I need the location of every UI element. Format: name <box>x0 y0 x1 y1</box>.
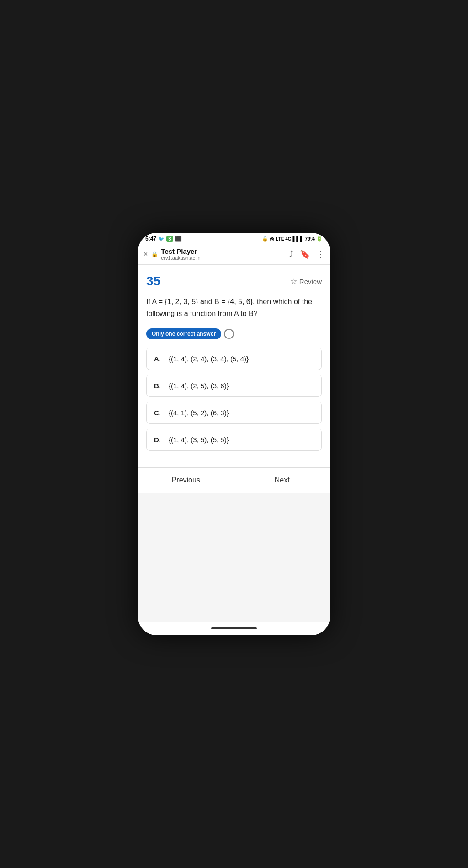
signal-label: LTE 4G <box>276 236 291 241</box>
nav-buttons: Previous Next <box>138 467 330 493</box>
option-a[interactable]: A. {(1, 4), (2, 4), (3, 4), (5, 4)} <box>146 348 322 370</box>
options-list: A. {(1, 4), (2, 4), (3, 4), (5, 4)} B. {… <box>146 348 322 451</box>
battery-icon: 🔋 <box>316 236 323 242</box>
phone-frame: 5:47 🐦 S ⬛ 🔒 ◎ LTE 4G ▌▌▌ 79% 🔋 × 🔒 Test… <box>138 233 330 635</box>
star-icon: ☆ <box>290 277 297 286</box>
phone-nav-bar <box>138 622 330 635</box>
option-a-label: A. <box>154 355 163 363</box>
review-label: Review <box>299 278 322 285</box>
option-c-label: C. <box>154 409 163 417</box>
content-area: 35 ☆ Review If A = {1, 2, 3, 5} and B = … <box>138 265 330 622</box>
option-d[interactable]: D. {(1, 4), (3, 5), (5, 5)} <box>146 429 322 451</box>
question-header: 35 ☆ Review <box>146 274 322 289</box>
status-bar: 5:47 🐦 S ⬛ 🔒 ◎ LTE 4G ▌▌▌ 79% 🔋 <box>138 233 330 244</box>
browser-actions: ⤴ 🔖 ⋮ <box>289 249 324 259</box>
next-button[interactable]: Next <box>234 468 330 493</box>
previous-button[interactable]: Previous <box>138 468 234 493</box>
share-icon[interactable]: ⤴ <box>289 249 293 259</box>
more-options-icon[interactable]: ⋮ <box>316 249 324 259</box>
option-c[interactable]: C. {(4, 1), (5, 2), (6, 3)} <box>146 402 322 424</box>
option-d-text: {(1, 4), (3, 5), (5, 5)} <box>169 436 314 444</box>
answer-type-badge: Only one correct answer i <box>146 328 234 339</box>
option-b-text: {(1, 4), (2, 5), (3, 6)} <box>169 382 314 390</box>
s-badge: S <box>166 236 173 242</box>
option-b-label: B. <box>154 382 163 390</box>
status-left: 5:47 🐦 S ⬛ <box>145 236 182 242</box>
battery-percent: 79% <box>305 236 315 241</box>
question-number: 35 <box>146 274 160 289</box>
home-indicator <box>211 627 257 629</box>
review-button[interactable]: ☆ Review <box>290 277 322 286</box>
time-display: 5:47 <box>145 236 156 242</box>
answer-type-pill: Only one correct answer <box>146 328 221 339</box>
voicemail-icon: ⬛ <box>175 236 182 242</box>
close-tab-button[interactable]: × <box>144 250 148 258</box>
security-lock-icon: 🔒 <box>151 251 158 257</box>
question-body: If A = {1, 2, 3, 5} and B = {4, 5, 6}, t… <box>146 298 312 317</box>
question-card: 35 ☆ Review If A = {1, 2, 3, 5} and B = … <box>138 265 330 467</box>
twitter-icon: 🐦 <box>158 236 165 242</box>
option-c-text: {(4, 1), (5, 2), (6, 3)} <box>169 409 314 417</box>
question-text: If A = {1, 2, 3, 5} and B = {4, 5, 6}, t… <box>146 296 322 319</box>
browser-bar: × 🔒 Test Player erv1.aakash.ac.in ⤴ 🔖 ⋮ <box>138 244 330 265</box>
site-name: Test Player <box>161 247 200 255</box>
bookmark-icon[interactable]: 🔖 <box>300 249 310 259</box>
lock-status-icon: 🔒 <box>262 236 268 242</box>
option-b[interactable]: B. {(1, 4), (2, 5), (3, 6)} <box>146 375 322 397</box>
browser-title-text: Test Player erv1.aakash.ac.in <box>161 247 200 261</box>
status-right: 🔒 ◎ LTE 4G ▌▌▌ 79% 🔋 <box>262 236 323 242</box>
browser-title-area: 🔒 Test Player erv1.aakash.ac.in <box>151 247 286 261</box>
option-a-text: {(1, 4), (2, 4), (3, 4), (5, 4)} <box>169 355 314 363</box>
info-icon[interactable]: i <box>224 329 234 339</box>
option-d-label: D. <box>154 436 163 444</box>
signal-bars-icon: ▌▌▌ <box>293 236 303 241</box>
site-url: erv1.aakash.ac.in <box>161 255 200 261</box>
wifi-icon: ◎ <box>270 236 274 242</box>
